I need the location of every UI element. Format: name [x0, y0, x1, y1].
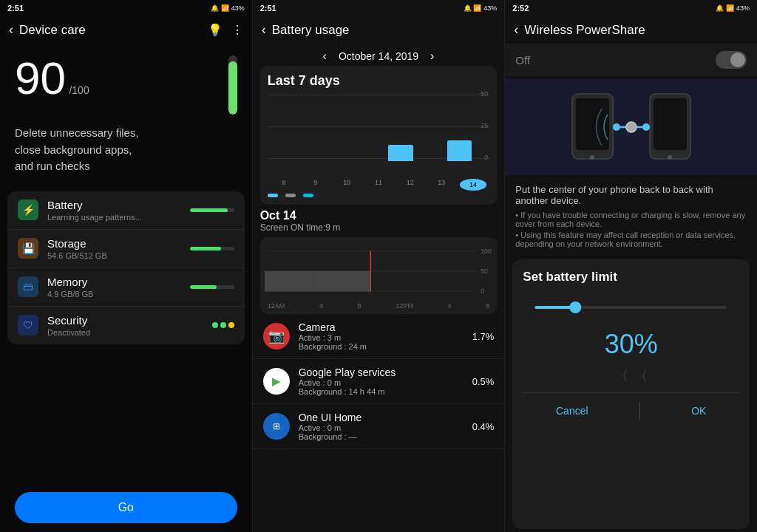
- mini-label-12am: 12AM: [268, 302, 285, 310]
- security-dot-2: [220, 322, 226, 328]
- legend-item-teal: [303, 194, 313, 197]
- date-prev-arrow[interactable]: ‹: [323, 50, 327, 63]
- svg-point-17: [626, 122, 637, 132]
- battery-limit-actions: Cancel OK: [523, 392, 739, 420]
- category-list: ⚡ Battery Learning usage patterns... 💾 S…: [7, 191, 245, 344]
- app-gplay[interactable]: ▶ Google Play services Active : 0 m Back…: [253, 359, 505, 404]
- mini-label-4: 4: [319, 302, 323, 310]
- legend-dot-teal: [303, 194, 313, 197]
- category-memory[interactable]: 🗃 Memory 4.9 GB/8 GB: [7, 268, 245, 307]
- x-label-10: 10: [333, 179, 361, 191]
- bar-fill-14: [447, 140, 472, 161]
- off-toggle-switch[interactable]: [716, 51, 747, 69]
- back-arrow-2[interactable]: ‹: [262, 22, 266, 38]
- gplay-app-info: Google Play services Active : 0 m Backgr…: [299, 366, 472, 396]
- memory-icon: 🗃: [18, 276, 38, 297]
- battery-limit-title: Set battery limit: [523, 270, 739, 284]
- battery-limit-slider[interactable]: [523, 296, 739, 318]
- chart-title: Last 7 days: [268, 73, 490, 89]
- gplay-active: Active : 0 m: [299, 378, 472, 387]
- score-bar-track: [228, 55, 237, 115]
- battery-bar-container: [190, 208, 234, 212]
- battery-1: 43%: [231, 4, 245, 12]
- svg-point-18: [642, 123, 650, 131]
- back-arrow-1[interactable]: ‹: [9, 22, 13, 38]
- camera-app-icon: 📷: [263, 323, 290, 349]
- notification-icons-1: 🔔 📶: [211, 4, 229, 12]
- oneui-app-name: One UI Home: [299, 412, 472, 423]
- svg-text:0: 0: [481, 287, 484, 295]
- legend-dot-blue: [268, 194, 278, 197]
- category-storage[interactable]: 💾 Storage 54.6 GB/512 GB: [7, 230, 245, 268]
- chevron-down-2[interactable]: 〈: [634, 367, 648, 385]
- battery-usage-panel: 2:51 🔔 📶 43% ‹ Battery usage ‹ October 1…: [253, 0, 506, 532]
- mini-label-12pm: 12PM: [396, 302, 413, 310]
- security-dots: [212, 322, 234, 328]
- svg-rect-20: [535, 306, 576, 309]
- memory-info: Memory 4.9 GB/8 GB: [47, 276, 190, 299]
- screen-on-time: Screen ON time:9 m: [260, 222, 498, 233]
- notification-icons-2: 🔔 📶: [464, 4, 482, 12]
- storage-sub: 54.6 GB/512 GB: [47, 251, 190, 260]
- toggle-label: Off: [515, 54, 530, 66]
- legend-dot-gray: [285, 194, 296, 197]
- security-name: Security: [47, 314, 212, 327]
- toggle-knob: [730, 52, 745, 67]
- date-navigation: ‹ October 14, 2019 ›: [253, 44, 505, 66]
- x-labels: 8 9 10 11 12 13 14: [268, 179, 490, 191]
- mini-chart: 100 50 0: [265, 242, 493, 301]
- memory-sub: 4.9 GB/8 GB: [47, 290, 190, 299]
- header-icons-1: 💡 ⋮: [208, 23, 243, 37]
- oneui-pct: 0.4%: [472, 421, 495, 432]
- camera-app-name: Camera: [299, 321, 472, 333]
- status-bar-2: 2:51 🔔 📶 43%: [253, 0, 505, 16]
- score-description: Delete unnecessary files,close backgroun…: [0, 122, 252, 185]
- battery-name: Battery: [47, 199, 190, 211]
- x-label-13: 13: [428, 179, 455, 191]
- mini-x-labels: 12AM 4 8 12PM 4 8: [265, 302, 493, 310]
- security-dot-3: [228, 322, 234, 328]
- gplay-pct: 0.5%: [472, 376, 495, 387]
- action-divider: [639, 402, 640, 420]
- mini-label-8pm: 8: [486, 302, 489, 310]
- battery-usage-title: Battery usage: [272, 23, 496, 38]
- bar-fill-12: [388, 145, 413, 161]
- category-battery[interactable]: ⚡ Battery Learning usage patterns...: [7, 191, 245, 230]
- date-next-arrow[interactable]: ›: [430, 50, 434, 63]
- wireless-header: ‹ Wireless PowerShare: [505, 16, 757, 44]
- category-security[interactable]: 🛡 Security Deactivated: [7, 307, 245, 344]
- security-dot-1: [212, 322, 218, 328]
- menu-icon[interactable]: ⋮: [231, 23, 243, 37]
- oneui-app-info: One UI Home Active : 0 m Background : —: [299, 412, 472, 441]
- storage-info: Storage 54.6 GB/512 GB: [47, 237, 190, 260]
- camera-app-info: Camera Active : 3 m Background : 24 m: [299, 321, 472, 351]
- oneui-app-icon: ⊞: [263, 413, 290, 440]
- day-info: Oct 14 Screen ON time:9 m: [253, 205, 505, 237]
- battery-bar-fill: [190, 208, 228, 212]
- back-arrow-3[interactable]: ‹: [514, 22, 518, 38]
- wireless-main-text: Put the center of your phone back to bac…: [515, 184, 747, 206]
- device-care-header: ‹ Device care 💡 ⋮: [0, 16, 252, 44]
- status-icons-2: 🔔 📶 43%: [464, 4, 498, 12]
- status-icons-1: 🔔 📶 43%: [211, 4, 245, 12]
- wireless-title: Wireless PowerShare: [524, 23, 748, 38]
- ok-button[interactable]: OK: [676, 402, 721, 420]
- status-icons-3: 🔔 📶 43%: [716, 4, 750, 12]
- chevron-down-1[interactable]: 〈: [615, 367, 628, 385]
- app-oneui[interactable]: ⊞ One UI Home Active : 0 m Background : …: [253, 404, 505, 449]
- day-date: Oct 14: [260, 209, 498, 222]
- score-bar-fill: [228, 61, 237, 115]
- bulb-icon[interactable]: 💡: [208, 23, 223, 37]
- score-bar-container: [228, 55, 237, 115]
- x-label-9: 9: [302, 179, 329, 191]
- battery-icon: ⚡: [18, 200, 38, 220]
- go-button[interactable]: Go: [15, 492, 237, 523]
- bars-container: [268, 95, 475, 161]
- battery-3: 43%: [736, 4, 750, 12]
- score-section: 90 /100: [0, 44, 252, 122]
- camera-pct: 1.7%: [472, 331, 495, 342]
- app-camera[interactable]: 📷 Camera Active : 3 m Background : 24 m …: [253, 314, 505, 359]
- battery-usage-header: ‹ Battery usage: [253, 16, 505, 44]
- cancel-button[interactable]: Cancel: [541, 402, 603, 420]
- battery-info: Battery Learning usage patterns...: [47, 199, 190, 222]
